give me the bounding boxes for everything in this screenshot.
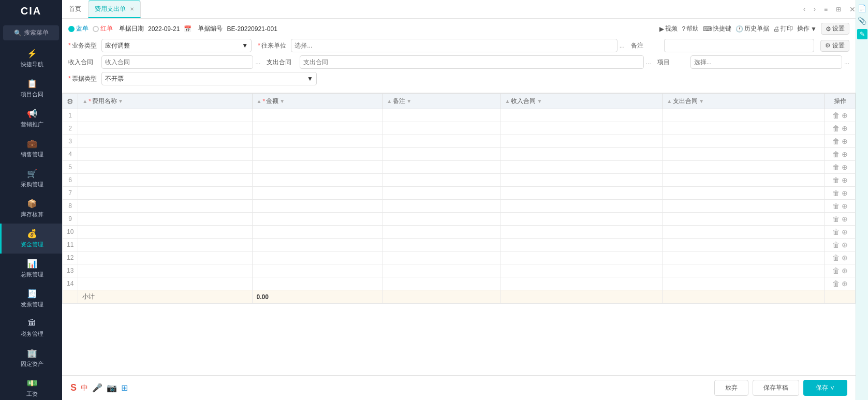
income-contract-cell-14[interactable] bbox=[501, 277, 663, 290]
action-btn[interactable]: 操作 ▼ bbox=[797, 24, 817, 33]
income-contract-cell-10[interactable] bbox=[501, 226, 663, 239]
expense-name-cell-11[interactable] bbox=[78, 239, 252, 251]
sidebar-item-sales-mgmt[interactable]: 💼 销售管理 bbox=[0, 134, 62, 164]
settings-right-btn[interactable]: ⚙ 设置 bbox=[820, 40, 849, 52]
copy-row-icon-3[interactable]: ⊕ bbox=[842, 137, 848, 145]
income-contract-cell-9[interactable] bbox=[501, 213, 663, 226]
nav-prev-icon[interactable]: ‹ bbox=[801, 5, 807, 14]
delete-row-icon-14[interactable]: 🗑 bbox=[832, 279, 840, 288]
remark-cell-7[interactable] bbox=[382, 187, 501, 200]
expense-contract-cell-8[interactable] bbox=[663, 200, 825, 213]
expense-name-cell-14[interactable] bbox=[78, 277, 252, 290]
amount-cell-6[interactable] bbox=[252, 174, 382, 187]
expense-contract-cell-6[interactable] bbox=[663, 174, 825, 187]
sidebar-item-invoice-mgmt[interactable]: 🧾 发票管理 bbox=[0, 284, 62, 314]
delete-row-icon-12[interactable]: 🗑 bbox=[832, 254, 840, 262]
discard-button[interactable]: 放弃 bbox=[714, 380, 748, 396]
remark-cell-12[interactable] bbox=[382, 251, 501, 264]
income-contract-cell-12[interactable] bbox=[501, 251, 663, 264]
sort-icon-down[interactable]: ▼ bbox=[118, 98, 123, 104]
close-tab-icon[interactable]: ✕ bbox=[130, 6, 134, 12]
expense-contract-cell-1[interactable] bbox=[663, 109, 825, 122]
expense-name-cell-6[interactable] bbox=[78, 174, 252, 187]
expense-contract-cell-12[interactable] bbox=[663, 251, 825, 264]
save-draft-button[interactable]: 保存草稿 bbox=[753, 380, 799, 396]
remark-cell-1[interactable] bbox=[382, 109, 501, 122]
window-close-btn[interactable]: ✕ bbox=[849, 5, 856, 13]
project-more[interactable]: ... bbox=[844, 58, 849, 66]
income-contract-cell-5[interactable] bbox=[501, 161, 663, 174]
copy-row-icon-7[interactable]: ⊕ bbox=[842, 189, 848, 197]
remark-cell-5[interactable] bbox=[382, 161, 501, 174]
delete-row-icon-8[interactable]: 🗑 bbox=[832, 202, 840, 210]
copy-row-icon-9[interactable]: ⊕ bbox=[842, 215, 848, 223]
sidebar-item-tax-mgmt[interactable]: 🏛 税务管理 bbox=[0, 314, 62, 343]
print-btn[interactable]: 🖨 打印 bbox=[773, 24, 793, 33]
expense-contract-cell-9[interactable] bbox=[663, 213, 825, 226]
expense-name-cell-7[interactable] bbox=[78, 187, 252, 200]
income-contract-cell-1[interactable] bbox=[501, 109, 663, 122]
sort-icon-up-5[interactable]: ▲ bbox=[667, 98, 672, 104]
expense-contract-cell-4[interactable] bbox=[663, 148, 825, 161]
copy-row-icon-14[interactable]: ⊕ bbox=[842, 279, 848, 288]
delete-row-icon-1[interactable]: 🗑 bbox=[832, 111, 840, 120]
amount-cell-5[interactable] bbox=[252, 161, 382, 174]
amount-cell-8[interactable] bbox=[252, 200, 382, 213]
expense-contract-cell-13[interactable] bbox=[663, 264, 825, 277]
delete-row-icon-4[interactable]: 🗑 bbox=[832, 150, 840, 158]
copy-row-icon-10[interactable]: ⊕ bbox=[842, 228, 848, 236]
income-contract-cell-2[interactable] bbox=[501, 122, 663, 135]
shortcut-btn[interactable]: ⌨ 快捷键 bbox=[703, 24, 731, 33]
sidebar-item-inventory[interactable]: 📦 库存核算 bbox=[0, 194, 62, 224]
remark-cell-11[interactable] bbox=[382, 239, 501, 251]
delete-row-icon-7[interactable]: 🗑 bbox=[832, 189, 840, 197]
sidebar-item-general-ledger[interactable]: 📊 总账管理 bbox=[0, 254, 62, 284]
remark-cell-14[interactable] bbox=[382, 277, 501, 290]
partner-input[interactable] bbox=[291, 39, 617, 52]
sidebar-item-salary[interactable]: 💵 工资 bbox=[0, 373, 62, 400]
save-button[interactable]: 保存 ∨ bbox=[803, 380, 847, 396]
help-btn[interactable]: ? 帮助 bbox=[682, 24, 699, 33]
expense-name-cell-3[interactable] bbox=[78, 135, 252, 148]
amount-cell-1[interactable] bbox=[252, 109, 382, 122]
amount-cell-11[interactable] bbox=[252, 239, 382, 251]
project-input[interactable] bbox=[690, 55, 842, 69]
remark-input[interactable] bbox=[664, 39, 814, 52]
income-contract-cell-11[interactable] bbox=[501, 239, 663, 251]
sort-icon-down-4[interactable]: ▼ bbox=[537, 98, 542, 104]
expense-name-cell-12[interactable] bbox=[78, 251, 252, 264]
mic-icon[interactable]: 🎤 bbox=[92, 383, 102, 393]
sort-icon-up-3[interactable]: ▲ bbox=[387, 98, 392, 104]
copy-row-icon-8[interactable]: ⊕ bbox=[842, 202, 848, 210]
sidebar-item-project-contract[interactable]: 📋 项目合同 bbox=[0, 73, 62, 103]
amount-cell-7[interactable] bbox=[252, 187, 382, 200]
income-contract-cell-3[interactable] bbox=[501, 135, 663, 148]
delete-row-icon-13[interactable]: 🗑 bbox=[832, 266, 840, 275]
remark-cell-3[interactable] bbox=[382, 135, 501, 148]
grid-view-icon[interactable]: ⊞ bbox=[834, 5, 843, 14]
expense-contract-cell-10[interactable] bbox=[663, 226, 825, 239]
sidebar-item-fixed-assets[interactable]: 🏢 固定资产 bbox=[0, 343, 62, 373]
capture-icon[interactable]: 📷 bbox=[107, 383, 117, 393]
income-contract-cell-7[interactable] bbox=[501, 187, 663, 200]
remark-cell-9[interactable] bbox=[382, 213, 501, 226]
income-contract-input[interactable] bbox=[101, 55, 253, 69]
delete-row-icon-3[interactable]: 🗑 bbox=[832, 137, 840, 145]
remark-cell-13[interactable] bbox=[382, 264, 501, 277]
income-contract-cell-6[interactable] bbox=[501, 174, 663, 187]
sidebar-item-purchase-mgmt[interactable]: 🛒 采购管理 bbox=[0, 164, 62, 194]
config-icon[interactable]: ⚙ bbox=[67, 97, 73, 106]
copy-row-icon-12[interactable]: ⊕ bbox=[842, 254, 848, 262]
remark-cell-8[interactable] bbox=[382, 200, 501, 213]
expense-name-cell-10[interactable] bbox=[78, 226, 252, 239]
copy-row-icon-6[interactable]: ⊕ bbox=[842, 176, 848, 184]
tab-home[interactable]: 首页 bbox=[62, 1, 88, 18]
invoice-type-select[interactable]: 不开票 ▼ bbox=[101, 72, 317, 85]
expense-name-cell-4[interactable] bbox=[78, 148, 252, 161]
tab-expense-sheet[interactable]: 费用支出单 ✕ bbox=[88, 1, 141, 18]
sidebar-item-fund-mgmt[interactable]: 💰 资金管理 bbox=[0, 224, 62, 254]
expense-contract-cell-11[interactable] bbox=[663, 239, 825, 251]
delete-row-icon-2[interactable]: 🗑 bbox=[832, 124, 840, 132]
delete-row-icon-6[interactable]: 🗑 bbox=[832, 176, 840, 184]
calendar-icon[interactable]: 📅 bbox=[184, 25, 192, 33]
